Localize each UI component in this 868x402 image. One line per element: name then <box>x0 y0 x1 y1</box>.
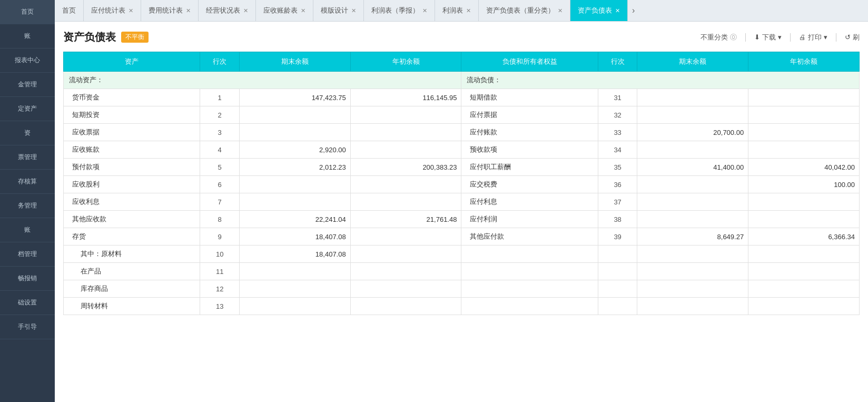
th-asset: 资产 <box>64 52 200 72</box>
section-asset-label: 流动资产： <box>64 72 461 89</box>
liab-name: 应付票据 <box>461 106 598 124</box>
asset-name: 应收票据 <box>64 124 200 141</box>
download-label: 下载 <box>762 33 776 42</box>
tab-operation[interactable]: 经营状况表✕ <box>199 0 256 21</box>
refresh-btn[interactable]: ↺ 刷 <box>845 33 860 42</box>
tab-label: 经营状况表 <box>206 6 240 15</box>
tab-label: 资产负债表 <box>578 6 612 15</box>
begin-balance2 <box>748 211 860 228</box>
begin-balance <box>350 263 461 280</box>
begin-balance2: 40,042.00 <box>748 159 860 176</box>
tab-close-template[interactable]: ✕ <box>351 7 356 14</box>
th-seq: 行次 <box>200 52 240 72</box>
begin-balance2 <box>748 193 860 211</box>
sidebar-item-inventory[interactable]: 存核算 <box>0 170 55 194</box>
tab-close-balance[interactable]: ✕ <box>615 7 620 14</box>
end-balance <box>239 106 350 124</box>
tab-balance[interactable]: 资产负债表✕ <box>570 0 628 21</box>
refresh-icon: ↺ <box>845 33 851 41</box>
sidebar-item-fund[interactable]: 金管理 <box>0 73 55 97</box>
begin-balance <box>350 246 461 263</box>
tab-close-operation[interactable]: ✕ <box>243 7 248 14</box>
tab-profit-quarter[interactable]: 利润表（季报）✕ <box>364 0 435 21</box>
table-row: 短期投资 2 应付票据 32 <box>64 106 860 124</box>
table-row: 货币资金 1 147,423.75 116,145.95 短期借款 31 <box>64 89 860 106</box>
divider-1 <box>745 33 746 42</box>
no-reclassify-toggle[interactable]: 不重分类 ⓪ <box>701 33 737 42</box>
begin-balance2 <box>748 298 860 315</box>
print-label: 打印 <box>808 33 822 42</box>
print-btn[interactable]: 🖨 打印 ▾ <box>799 33 827 42</box>
tab-ar-aging[interactable]: 应收账龄表✕ <box>256 0 313 21</box>
tab-label: 模版设计 <box>321 6 348 15</box>
tab-home[interactable]: 首页 <box>55 0 84 21</box>
tab-label: 首页 <box>62 6 76 15</box>
tab-close-balance-reclassify[interactable]: ✕ <box>558 7 563 14</box>
sidebar-item-archive[interactable]: 档管理 <box>0 242 55 267</box>
end-balance: 147,423.75 <box>239 89 350 106</box>
row-seq2 <box>598 263 637 280</box>
asset-name: 其中：原材料 <box>64 246 200 263</box>
row-seq: 5 <box>200 159 240 176</box>
row-seq: 10 <box>200 246 240 263</box>
sidebar-item-bill[interactable]: 票管理 <box>0 145 55 170</box>
liab-name: 应付利润 <box>461 211 598 228</box>
asset-name: 预付款项 <box>64 159 200 176</box>
tab-close-ar-aging[interactable]: ✕ <box>301 7 305 14</box>
liab-name: 应付账款 <box>461 124 598 141</box>
end-balance2 <box>637 176 748 193</box>
asset-name: 应收股利 <box>64 176 200 193</box>
row-seq2: 31 <box>598 89 637 106</box>
row-seq2 <box>598 246 637 263</box>
row-seq: 7 <box>200 193 240 211</box>
end-balance2 <box>637 298 748 315</box>
sidebar-item-accounting[interactable]: 账 <box>0 218 55 242</box>
asset-name: 存货 <box>64 228 200 246</box>
page-content: 资产负债表 不平衡 不重分类 ⓪ ⬇ 下载 ▾ 🖨 打印 ▾ <box>55 22 868 402</box>
tab-close-payable-stat[interactable]: ✕ <box>129 7 133 14</box>
sidebar-item-settings[interactable]: 础设置 <box>0 291 55 315</box>
tab-label: 应付统计表 <box>91 6 125 15</box>
asset-name: 其他应收款 <box>64 211 200 228</box>
tab-close-profit[interactable]: ✕ <box>466 7 471 14</box>
liab-name: 应付利息 <box>461 193 598 211</box>
download-btn[interactable]: ⬇ 下载 ▾ <box>754 33 782 42</box>
tab-scroll-right[interactable]: › <box>628 6 639 15</box>
row-seq2 <box>598 280 637 298</box>
tab-label: 费用统计表 <box>149 6 183 15</box>
sidebar-item-payable[interactable]: 账 <box>0 24 55 48</box>
th-liab: 负债和所有者权益 <box>461 52 598 72</box>
sidebar-item-sales[interactable]: 畅报销 <box>0 267 55 291</box>
row-seq2: 32 <box>598 106 637 124</box>
tab-balance-reclassify[interactable]: 资产负债表（重分类）✕ <box>479 0 570 21</box>
tab-profit[interactable]: 利润表✕ <box>435 0 479 21</box>
refresh-label: 刷 <box>853 33 860 42</box>
tab-expense-stat[interactable]: 费用统计表✕ <box>141 0 199 21</box>
end-balance2 <box>637 280 748 298</box>
tab-payable-stat[interactable]: 应付统计表✕ <box>84 0 141 21</box>
sidebar-item-report-center[interactable]: 报表中心 <box>0 48 55 73</box>
tab-close-profit-quarter[interactable]: ✕ <box>422 7 427 14</box>
sidebar-item-tax[interactable]: 务管理 <box>0 194 55 218</box>
table-row: 应收票据 3 应付账款 33 20,700.00 <box>64 124 860 141</box>
end-balance2 <box>637 193 748 211</box>
table-row: 预付款项 5 2,012.23 200,383.23 应付职工薪酬 35 41,… <box>64 159 860 176</box>
tab-close-expense-stat[interactable]: ✕ <box>186 7 191 14</box>
begin-balance: 200,383.23 <box>350 159 461 176</box>
th-end-balance2: 期末余额 <box>637 52 748 72</box>
table-row: 库存商品 12 <box>64 280 860 298</box>
begin-balance2 <box>748 106 860 124</box>
asset-name: 应收利息 <box>64 193 200 211</box>
download-icon: ⬇ <box>754 33 760 41</box>
sidebar-item-fixed-assets[interactable]: 定资产 <box>0 97 55 121</box>
end-balance2 <box>637 211 748 228</box>
end-balance <box>239 193 350 211</box>
liab-name: 应付职工薪酬 <box>461 159 598 176</box>
end-balance2: 8,649.27 <box>637 228 748 246</box>
sidebar-item-home[interactable]: 首页 <box>0 0 55 24</box>
tab-template[interactable]: 模版设计✕ <box>313 0 364 21</box>
end-balance: 2,012.23 <box>239 159 350 176</box>
sidebar-item-guide[interactable]: 手引导 <box>0 315 55 339</box>
sidebar-item-invest[interactable]: 资 <box>0 121 55 145</box>
begin-balance <box>350 280 461 298</box>
